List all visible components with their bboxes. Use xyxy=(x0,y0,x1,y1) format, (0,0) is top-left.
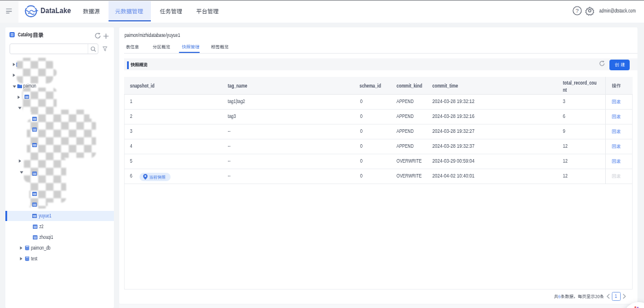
svg-text:?: ? xyxy=(575,8,578,14)
